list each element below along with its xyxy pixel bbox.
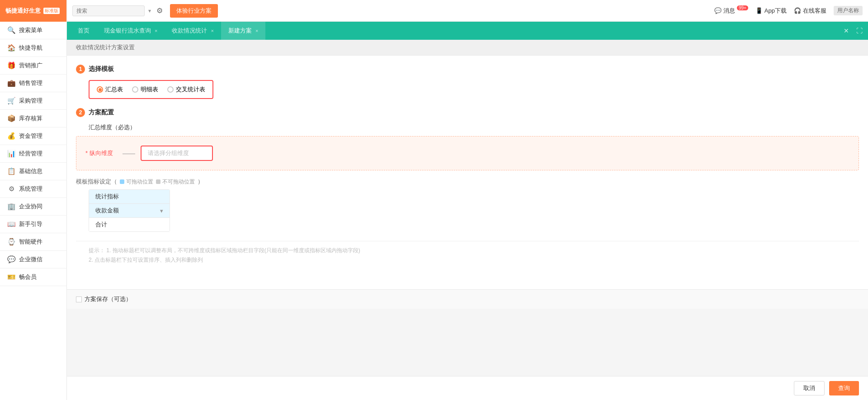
sidebar-item-label: 销售管理 [19, 79, 42, 87]
tab-receipt-stat[interactable]: 收款情况统计 × [165, 22, 221, 40]
sidebar-item-label: 搜索菜单 [19, 26, 42, 34]
tip1: 提示： 1. 拖动标题栏可以调整布局，不可跨维度或指标区域拖动栏目字段(只能在同… [76, 247, 859, 254]
step2-section: 2 方案配置 汇总维度（必选） * 纵向维度 —— 请选择分组维度 [76, 108, 859, 271]
sidebar-item-quick-nav[interactable]: 🏠 快捷导航 [0, 39, 66, 57]
statistics-label: 统计指标 [95, 193, 119, 201]
tips-label: 提示： [89, 247, 105, 254]
dimension-section: 汇总维度（必选） * 纵向维度 —— 请选择分组维度 [76, 123, 859, 170]
tab-new-plan[interactable]: 新建方案 × [221, 22, 265, 40]
tab-new-plan-close-icon[interactable]: × [255, 28, 258, 33]
dimension-select[interactable]: 请选择分组维度 [141, 146, 213, 161]
message-label: 消息 [723, 7, 735, 15]
building-icon: 🏢 [7, 202, 15, 211]
fixed-color-indicator [156, 179, 160, 184]
settings-icon[interactable]: ⚙ [156, 6, 163, 15]
tab-expand-icon[interactable]: ⛶ [854, 27, 864, 34]
support-button[interactable]: 🎧 在线客服 [794, 7, 826, 15]
sidebar-item-member[interactable]: 🎫 畅会员 [0, 268, 66, 286]
tab-cash-flow-label: 现金银行流水查询 [104, 27, 151, 35]
sidebar-item-label: 快捷导航 [19, 44, 42, 52]
sidebar-item-inventory[interactable]: 📦 库存核算 [0, 110, 66, 127]
cancel-button[interactable]: 取消 [794, 381, 825, 395]
sidebar-item-operation[interactable]: 📊 经营管理 [0, 145, 66, 163]
radio-cross[interactable]: 交叉统计表 [167, 85, 205, 94]
headset-icon: 🎧 [794, 7, 801, 14]
mobile-icon: 📱 [755, 7, 763, 14]
tab-receipt-stat-close-icon[interactable]: × [211, 28, 213, 33]
sidebar-item-search-menu[interactable]: 🔍 搜索菜单 [0, 22, 66, 39]
query-button[interactable]: 查询 [829, 381, 859, 395]
main-area: ▾ ⚙ 体验行业方案 💬 消息 99+ 📱 App下载 🎧 在线客服 用户名称 … [67, 0, 868, 400]
sidebar-item-label: 系统管理 [19, 185, 42, 193]
radio-summary-circle [97, 86, 103, 93]
box-icon: 📦 [7, 114, 15, 122]
book-icon: 📖 [7, 220, 15, 228]
radio-detail[interactable]: 明细表 [132, 85, 158, 94]
tab-home[interactable]: 首页 [71, 22, 97, 40]
radio-detail-circle [132, 86, 138, 93]
sidebar-item-label: 畅会员 [19, 273, 37, 281]
sidebar-item-label: 采购管理 [19, 97, 42, 105]
tabbar: 首页 现金银行流水查询 × 收款情况统计 × 新建方案 × ✕ ⛶ [67, 22, 868, 40]
chart-icon: 📊 [7, 150, 15, 158]
step1-title: 选择模板 [89, 65, 114, 73]
tab-receipt-stat-label: 收款情况统计 [172, 27, 207, 35]
app-download-button[interactable]: 📱 App下载 [755, 7, 787, 15]
chevron-down-icon[interactable]: ▾ [148, 8, 151, 14]
gift-icon: 🎁 [7, 61, 15, 70]
draggable-color-indicator [120, 179, 124, 184]
search-input[interactable] [72, 5, 145, 16]
dimension-arrow-icon: —— [123, 150, 135, 157]
sidebar-item-guide[interactable]: 📖 新手引导 [0, 216, 66, 233]
tab-close-all-icon[interactable]: ✕ [842, 27, 851, 34]
vertical-dimension-row: * 纵向维度 —— 请选择分组维度 [85, 146, 849, 161]
content-area: 收款情况统计方案设置 1 选择模板 汇总表 明细 [67, 40, 868, 400]
sidebar-item-finance[interactable]: 💰 资金管理 [0, 127, 66, 145]
tab-cash-flow-close-icon[interactable]: × [155, 28, 157, 33]
template-selector-box: 汇总表 明细表 交叉统计表 [89, 80, 213, 99]
sidebar-item-marketing[interactable]: 🎁 营销推广 [0, 57, 66, 75]
sidebar-item-label: 营销推广 [19, 61, 42, 70]
support-label: 在线客服 [803, 7, 826, 15]
sidebar-item-system[interactable]: ⚙ 系统管理 [0, 180, 66, 198]
gear-icon: ⚙ [7, 185, 15, 193]
radio-detail-label: 明细表 [141, 85, 158, 94]
user-name[interactable]: 用户名称 [834, 6, 863, 15]
message-button[interactable]: 💬 消息 99+ [714, 7, 748, 15]
sidebar-item-label: 经营管理 [19, 150, 42, 158]
sidebar-item-basic-info[interactable]: 📋 基础信息 [0, 163, 66, 180]
save-option-section: 方案保存（可选） [67, 289, 868, 309]
sidebar-item-enterprise[interactable]: 🏢 企业协同 [0, 198, 66, 216]
radio-summary[interactable]: 汇总表 [97, 85, 123, 94]
step2-title: 方案配置 [89, 108, 114, 117]
sidebar: 畅捷通好生意 标准版 🔍 搜索菜单 🏠 快捷导航 🎁 营销推广 💼 销售管理 🛒… [0, 0, 67, 400]
form-container: 1 选择模板 汇总表 明细表 [67, 56, 868, 289]
receipt-amount-dropdown-icon[interactable]: ▾ [160, 207, 163, 214]
search-menu-icon: 🔍 [7, 26, 15, 34]
indicator-settings-header: 模板指标设定（ 可拖动位置 不可拖动位置 ） [76, 178, 859, 186]
save-checkbox[interactable] [76, 296, 82, 302]
sidebar-item-weixin[interactable]: 💬 企业微信 [0, 251, 66, 268]
sidebar-item-label: 智能硬件 [19, 238, 42, 246]
tabbar-actions: ✕ ⛶ [842, 27, 864, 34]
sidebar-item-purchase[interactable]: 🛒 采购管理 [0, 92, 66, 110]
sidebar-item-label: 库存核算 [19, 114, 42, 122]
cart-icon: 🛒 [7, 97, 15, 105]
indicator-closing-paren: ） [198, 178, 203, 186]
sidebar-item-label: 企业微信 [19, 255, 42, 264]
trial-button[interactable]: 体验行业方案 [170, 4, 218, 18]
save-option-label: 方案保存（可选） [85, 295, 132, 303]
money-icon: 💰 [7, 132, 15, 140]
topbar: ▾ ⚙ 体验行业方案 💬 消息 99+ 📱 App下载 🎧 在线客服 用户名称 [67, 0, 868, 22]
sidebar-item-sales[interactable]: 💼 销售管理 [0, 75, 66, 92]
dimension-area: * 纵向维度 —— 请选择分组维度 [76, 136, 859, 170]
indicator-table-header: 统计指标 [89, 190, 170, 204]
vertical-dimension-label: * 纵向维度 [85, 149, 117, 157]
radio-cross-label: 交叉统计表 [176, 85, 205, 94]
step1-header: 1 选择模板 [76, 65, 859, 74]
tab-cash-flow[interactable]: 现金银行流水查询 × [97, 22, 165, 40]
step1-number: 1 [76, 65, 85, 74]
receipt-amount-row[interactable]: 收款金额 ▾ [89, 204, 170, 218]
sidebar-item-smart-hw[interactable]: ⌚ 智能硬件 [0, 233, 66, 251]
indicator-settings-label: 模板指标设定（ [76, 178, 117, 186]
